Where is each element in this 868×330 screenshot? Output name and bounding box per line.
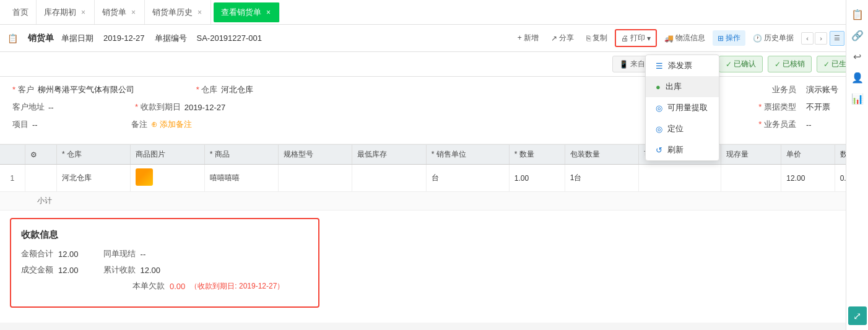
staff-field: 业务员 演示账号 xyxy=(772,84,856,95)
effective-icon: ✓ xyxy=(823,60,830,69)
payment-section: 收款信息 金额合计 12.00 同单现结 -- 成交金额 12.00 累计收款 xyxy=(0,218,868,323)
cell-pack: 1台 xyxy=(565,165,638,192)
cell-img xyxy=(131,165,204,192)
add-invoice-item[interactable]: ☰ 添发票 xyxy=(646,55,719,76)
logistics-button[interactable]: 🚚 物流信息 xyxy=(659,30,710,46)
deal-value: 12.00 xyxy=(58,266,79,275)
cell-qty: 1.00 xyxy=(509,165,565,192)
operation-button[interactable]: ⊞ 操作 xyxy=(713,30,745,46)
cell-price: 12.00 xyxy=(781,165,835,192)
outbound-icon: ● xyxy=(656,82,661,92)
ticket-label: 票据类型 xyxy=(758,102,796,113)
doc-icon: 📋 xyxy=(7,33,18,43)
form-row-1: 客户 柳州粤港平安气体有限公司 仓库 河北仓库 业务员 演示账号 xyxy=(12,84,856,95)
confirm-button[interactable]: ✓ 已确认 xyxy=(719,56,763,72)
tab-sales-history[interactable]: 销货单历史 × xyxy=(145,0,211,24)
staff2-label: 业务员孟 xyxy=(758,119,796,130)
layout-list-icon[interactable]: ☰ xyxy=(830,31,844,46)
cell-warehouse: 河北仓库 xyxy=(56,165,130,192)
project-label: 项目 xyxy=(12,119,28,130)
same-order-label: 同单现结 xyxy=(103,248,136,259)
ticket-field: 票据类型 不开票 xyxy=(758,102,856,113)
add-remark-button[interactable]: ⊕ 添加备注 xyxy=(151,119,201,130)
print-label: 打印 xyxy=(630,33,645,43)
remark-label: 备注 xyxy=(131,119,147,130)
dropdown-menu: ☰ 添发票 ● 出库 ◎ 可用量提取 ◎ 定位 ↺ 刷新 xyxy=(645,54,719,161)
tab-sales-order[interactable]: 销货单 × xyxy=(95,0,145,24)
sold-label: 已核销 xyxy=(783,59,805,69)
expand-icon[interactable]: ⤢ xyxy=(848,306,867,323)
doc-number-label: 单据编号 xyxy=(155,33,187,44)
tab-view-sales[interactable]: 查看销货单 × xyxy=(214,2,280,22)
doc-date-label: 单据日期 xyxy=(61,33,93,44)
remark-field: 备注 ⊕ 添加备注 xyxy=(131,119,201,130)
warehouse-label: 仓库 xyxy=(196,84,218,95)
tab-home[interactable]: 首页 xyxy=(5,0,37,24)
available-label: 可用量提取 xyxy=(667,102,708,113)
warehouse-field: 仓库 河北仓库 xyxy=(196,84,271,95)
add-icon: ⊕ xyxy=(151,119,157,129)
logistics-label: 物流信息 xyxy=(675,33,705,43)
address-field: 客户地址 -- xyxy=(12,102,98,113)
add-invoice-label: 添发票 xyxy=(668,60,692,71)
total-value: 12.00 xyxy=(58,250,79,259)
sidebar-icon-3[interactable]: 👤 xyxy=(848,68,867,87)
deal-item: 成交金额 12.00 xyxy=(21,264,79,276)
tab-history-close[interactable]: × xyxy=(196,8,203,17)
sidebar-icon-0[interactable]: 📋 xyxy=(848,5,867,24)
project-field: 项目 -- xyxy=(12,119,82,130)
col-unit: * 销售单位 xyxy=(426,145,509,165)
due-date-field: 收款到期日 2019-12-27 xyxy=(135,102,234,113)
main-content: 客户 柳州粤港平安气体有限公司 仓库 河北仓库 业务员 演示账号 客户地址 --… xyxy=(0,77,868,323)
operation-icon: ⊞ xyxy=(718,34,724,43)
col-product: * 商品 xyxy=(204,145,278,165)
cell-min-stock xyxy=(352,165,426,192)
due-date-value: 2019-12-27 xyxy=(184,103,234,112)
tab-view-close[interactable]: × xyxy=(265,8,272,17)
cumulative-value: 12.00 xyxy=(141,266,161,275)
refresh-label: 刷新 xyxy=(667,144,684,155)
tab-home-label: 首页 xyxy=(12,7,28,18)
form-section: 客户 柳州粤港平安气体有限公司 仓库 河北仓库 业务员 演示账号 客户地址 --… xyxy=(0,77,868,144)
doc-title: 销货单 xyxy=(28,33,54,44)
col-pack: 包装数量 xyxy=(565,145,638,165)
col-warehouse: * 仓库 xyxy=(56,145,130,165)
refresh-item[interactable]: ↺ 刷新 xyxy=(646,139,719,160)
tab-inventory-init[interactable]: 库存期初 × xyxy=(37,0,95,24)
col-settings: ⚙ xyxy=(25,145,56,165)
sold-button[interactable]: ✓ 已核销 xyxy=(768,56,812,72)
tab-inventory-close[interactable]: × xyxy=(80,8,87,17)
sidebar-icon-1[interactable]: 🔗 xyxy=(848,26,867,45)
tab-history-label: 销货单历史 xyxy=(152,7,193,18)
locate-icon: ◎ xyxy=(656,124,662,134)
outbound-item[interactable]: ● 出库 xyxy=(646,76,719,97)
tab-sales-close[interactable]: × xyxy=(130,8,137,17)
owed-value: 0.00 xyxy=(170,282,185,291)
tab-bar: 首页 库存期初 × 销货单 × 销货单历史 × 查看销货单 × × xyxy=(0,0,868,25)
available-extract-item[interactable]: ◎ 可用量提取 xyxy=(646,97,719,118)
locate-label: 定位 xyxy=(667,123,684,134)
due-date-label: 收款到期日 xyxy=(135,102,181,113)
prev-button[interactable]: ‹ xyxy=(801,32,814,45)
logistics-icon: 🚚 xyxy=(664,34,674,43)
history-label: 历史单据 xyxy=(764,33,794,43)
copy-button[interactable]: ⎘ 复制 xyxy=(581,30,612,46)
locate-item[interactable]: ◎ 定位 xyxy=(646,118,719,139)
col-spec: 规格型号 xyxy=(278,145,352,165)
add-remark-label: 添加备注 xyxy=(160,119,192,129)
staff-label: 业务员 xyxy=(772,84,796,95)
share-icon: ↗ xyxy=(551,34,557,43)
print-button[interactable]: 🖨 打印 ▾ xyxy=(615,29,657,47)
add-invoice-icon: ☰ xyxy=(656,61,663,71)
col-price: 单价 xyxy=(781,145,835,165)
sidebar-icon-2[interactable]: ↩ xyxy=(848,47,867,66)
next-button[interactable]: › xyxy=(815,32,827,45)
sidebar-icon-4[interactable]: 📊 xyxy=(848,89,867,108)
share-button[interactable]: ↗ 分享 xyxy=(546,30,579,46)
address-value: -- xyxy=(48,103,98,112)
copy-icon: ⎘ xyxy=(586,34,591,43)
new-button[interactable]: + 新增 xyxy=(513,30,544,46)
owed-label: 本单欠款 xyxy=(132,280,165,292)
confirm-icon: ✓ xyxy=(726,60,732,69)
history-button[interactable]: 🕐 历史单据 xyxy=(748,30,799,46)
